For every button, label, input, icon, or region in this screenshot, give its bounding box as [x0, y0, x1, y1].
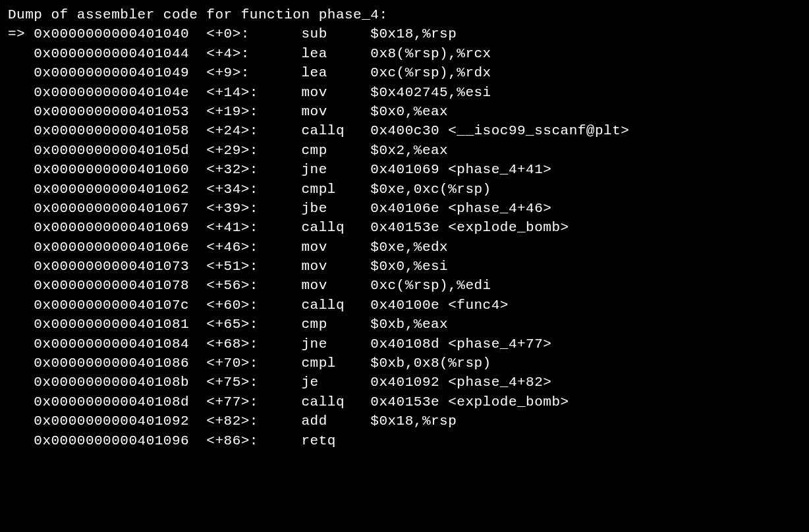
assembly-line: 0x0000000000401073 <+51>: mov $0x0,%esi [8, 257, 801, 276]
assembly-line: 0x000000000040108d <+77>: callq 0x40153e… [8, 392, 801, 412]
assembly-line: 0x0000000000401084 <+68>: jne 0x40108d <… [8, 334, 801, 354]
assembly-line: 0x0000000000401067 <+39>: jbe 0x40106e <… [8, 199, 801, 218]
assembly-line: 0x0000000000401062 <+34>: cmpl $0xe,0xc(… [8, 180, 801, 199]
assembly-line: => 0x0000000000401040 <+0>: sub $0x18,%r… [8, 24, 801, 43]
gdb-disassembly-output: Dump of assembler code for function phas… [8, 5, 801, 450]
assembly-line: 0x0000000000401069 <+41>: callq 0x40153e… [8, 218, 801, 237]
assembly-line: 0x0000000000401086 <+70>: cmpl $0xb,0x8(… [8, 354, 801, 373]
assembly-lines: => 0x0000000000401040 <+0>: sub $0x18,%r… [8, 24, 801, 450]
assembly-line: 0x0000000000401044 <+4>: lea 0x8(%rsp),%… [8, 44, 801, 63]
assembly-line: 0x0000000000401049 <+9>: lea 0xc(%rsp),%… [8, 63, 801, 82]
assembly-line: 0x0000000000401058 <+24>: callq 0x400c30… [8, 121, 801, 140]
assembly-line: 0x0000000000401096 <+86>: retq [8, 431, 801, 450]
assembly-line: 0x0000000000401060 <+32>: jne 0x401069 <… [8, 160, 801, 179]
assembly-line: 0x000000000040106e <+46>: mov $0xe,%edx [8, 238, 801, 257]
disassembly-header: Dump of assembler code for function phas… [8, 5, 801, 24]
assembly-line: 0x000000000040108b <+75>: je 0x401092 <p… [8, 373, 801, 392]
assembly-line: 0x000000000040107c <+60>: callq 0x40100e… [8, 296, 801, 315]
assembly-line: 0x0000000000401078 <+56>: mov 0xc(%rsp),… [8, 276, 801, 295]
assembly-line: 0x0000000000401092 <+82>: add $0x18,%rsp [8, 412, 801, 431]
assembly-line: 0x000000000040104e <+14>: mov $0x402745,… [8, 83, 801, 102]
assembly-line: 0x0000000000401081 <+65>: cmp $0xb,%eax [8, 315, 801, 334]
assembly-line: 0x0000000000401053 <+19>: mov $0x0,%eax [8, 102, 801, 121]
assembly-line: 0x000000000040105d <+29>: cmp $0x2,%eax [8, 141, 801, 160]
